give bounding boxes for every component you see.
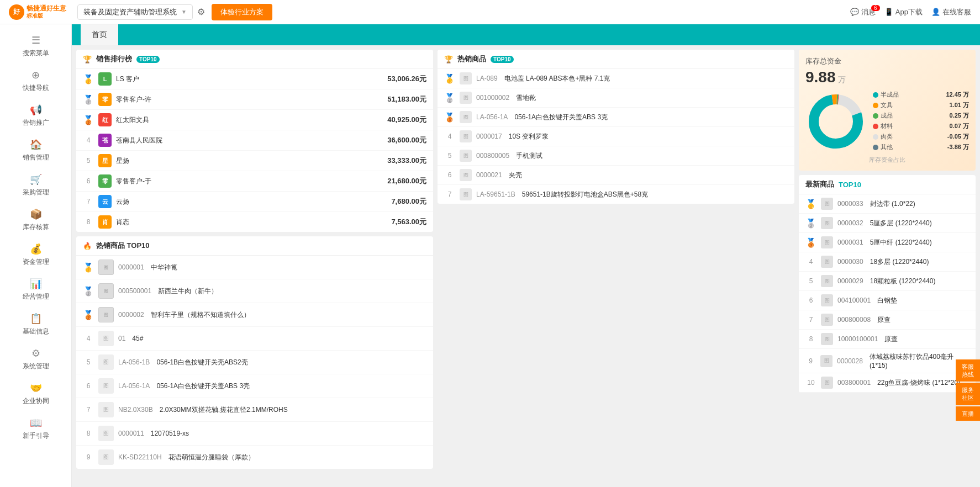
legend-value: -0.05 万	[947, 133, 969, 141]
product-icon-placeholder: 图	[98, 378, 114, 394]
product-icon: 图	[460, 92, 472, 104]
hot-products-panel: 🔥 热销商品 TOP10 🥇图 0000001 中华神篦🥈图 000500001…	[76, 236, 433, 469]
sidebar-icon-operations: 📊	[30, 278, 42, 290]
new-product-row: 10 图 003800001 22g鱼豆腐-烧烤味 (1*12*20)	[799, 373, 976, 393]
new-products-title: 最新商品	[805, 179, 834, 189]
product-icon: 图	[820, 355, 833, 367]
product-icon: 图	[821, 377, 833, 389]
sidebar-item-finance[interactable]: 💰资金管理	[0, 237, 71, 272]
sale-amount: 7,563.00元	[391, 217, 426, 227]
legend-item: 半成品 12.45 万	[873, 91, 969, 99]
rank-number: 8	[83, 218, 94, 226]
sales-ranking-table: 🥇 L LS 客户 53,006.26元🥈 零 零售客户-许 51,183.00…	[76, 69, 433, 232]
legend-item: 其他 -3.86 万	[873, 143, 969, 151]
sidebar-icon-search: ☰	[31, 34, 40, 46]
sidebar-label-operations: 经营管理	[23, 292, 49, 301]
online-service-btn[interactable]: 👤 在线客服	[931, 7, 971, 17]
tab-home[interactable]: 首页	[81, 24, 118, 45]
legend-dot	[873, 134, 878, 140]
new-products-header: 最新商品 TOP10	[799, 175, 976, 194]
product-icon: 图	[460, 130, 472, 142]
product-name: 2.0X30MM双搓花轴,搓花直径2.1MM/ROHS	[160, 405, 288, 415]
product-icon: 图	[460, 111, 472, 123]
product-name: 体城荔核味苏打饮品400毫升 (1*15)	[870, 352, 969, 369]
product-code: 0000017	[476, 133, 502, 140]
customer-name: 星扬	[116, 156, 383, 166]
medal-icon: 🥉	[83, 115, 94, 125]
sidebar-item-marketing[interactable]: 📢营销推广	[0, 98, 71, 133]
logo-icon: 好	[9, 4, 24, 20]
product-name: 59651-1B旋转投影灯电池盒ABS黑色+58克	[522, 190, 648, 199]
float-community-btn[interactable]: 服务社区	[956, 383, 980, 405]
product-code: 000800005	[476, 152, 509, 160]
product-code: 0000031	[837, 239, 863, 246]
product-name: 10S 变利罗浆	[509, 132, 549, 141]
product-name: 12070519-xs	[151, 430, 189, 437]
product-name: 056-1A白色按键开关盖ABS 3壳	[156, 382, 250, 391]
product-name: 5厘中纤 (1220*2440)	[870, 238, 932, 247]
product-icon-placeholder: 图	[98, 402, 114, 417]
sidebar-item-system[interactable]: ⚙系统管理	[0, 342, 71, 377]
top-sales-badge: TOP10	[491, 56, 514, 63]
sidebar-item-operations[interactable]: 📊经营管理	[0, 272, 71, 307]
product-name: 中华神篦	[151, 263, 177, 272]
product-icon-placeholder: 图	[98, 449, 114, 465]
medal-icon: 🥇	[805, 199, 816, 209]
new-product-row: 🥇 图 0000033 封边带 (1.0*22)	[799, 194, 976, 214]
product-code: 001000002	[476, 94, 509, 102]
trial-button[interactable]: 体验行业方案	[212, 4, 272, 20]
product-icon: 图	[460, 188, 472, 200]
legend-name: 肉类	[881, 133, 945, 141]
topbar-right: 💬 消息 6 📱 App下载 👤 在线客服	[850, 7, 971, 17]
sidebar-icon-guide: 📖	[30, 417, 42, 429]
rank-number: 5	[805, 277, 816, 285]
float-live-btn[interactable]: 直播	[956, 406, 980, 421]
app-download-btn[interactable]: 📱 App下载	[884, 7, 923, 17]
product-code: 0000002	[118, 311, 144, 319]
product-code: 0000011	[118, 430, 144, 437]
sidebar-item-search[interactable]: ☰搜索菜单	[0, 29, 71, 63]
gear-icon[interactable]: ⚙	[197, 7, 205, 17]
message-btn[interactable]: 💬 消息 6	[850, 7, 876, 17]
sidebar-item-quick-nav[interactable]: ⊕快捷导航	[0, 63, 71, 98]
new-product-row: 5 图 0000029 18颗粒板 (1220*2440)	[799, 272, 976, 291]
sidebar-label-search: 搜索菜单	[23, 49, 49, 58]
product-name: 原查	[884, 335, 898, 344]
sidebar-icon-inventory: 📦	[30, 208, 42, 220]
sidebar-item-sales[interactable]: 🏠销售管理	[0, 133, 71, 168]
float-service-btn[interactable]: 客服热线	[956, 359, 980, 382]
product-icon: 图	[460, 72, 472, 84]
sidebar-item-purchase[interactable]: 🛒采购管理	[0, 168, 71, 203]
sidebar-icon-purchase: 🛒	[30, 173, 42, 186]
topbar: 好 畅捷通好生意 标准版 装备及固定资产辅助管理系统 ▼ ⚙ 体验行业方案 💬 …	[0, 0, 980, 24]
sidebar-item-enterprise[interactable]: 🤝企业协同	[0, 377, 71, 411]
sidebar-item-base-info[interactable]: 📋基础信息	[0, 307, 71, 342]
hot-product-row: 9图 KK-SD22110H 花语萌恒温分腿睡袋（厚款）	[76, 446, 433, 469]
product-name: 新西兰牛肉（新牛）	[158, 287, 218, 296]
product-code: 0000029	[837, 277, 863, 285]
sidebar-item-inventory[interactable]: 📦库存核算	[0, 203, 71, 237]
product-code: 003800001	[837, 379, 871, 387]
product-code: LA-59651-1B	[476, 190, 515, 198]
rank-number: 6	[444, 171, 455, 179]
sales-rank-row: 🥇 L LS 客户 53,006.26元	[76, 69, 433, 89]
sidebar-label-base-info: 基础信息	[23, 327, 49, 336]
product-name: 夹壳	[509, 171, 522, 180]
sidebar-item-guide[interactable]: 📖新手引导	[0, 411, 71, 446]
legend-item: 文具 1.01 万	[873, 101, 969, 109]
new-product-row: 8 图 10000100001 原查	[799, 330, 976, 349]
top-sales-row: 7 图 LA-59651-1B 59651-1B旋转投影灯电池盒ABS黑色+58…	[438, 185, 794, 204]
product-code: KK-SD22110H	[118, 453, 162, 461]
rank-number: 4	[444, 133, 455, 140]
customer-avatar: 零	[98, 93, 112, 106]
legend-item: 材料 0.07 万	[873, 122, 969, 130]
sidebar-label-purchase: 采购管理	[23, 188, 49, 197]
system-selector[interactable]: 装备及固定资产辅助管理系统 ▼	[77, 4, 193, 20]
medal-icon: 🥇	[444, 73, 455, 84]
customer-avatar: 肖	[98, 215, 112, 229]
rank-number: 9	[805, 357, 816, 365]
sidebar-label-system: 系统管理	[23, 362, 49, 371]
product-code: 000800008	[837, 316, 871, 324]
message-icon: 💬	[850, 8, 859, 16]
rank-number: 7	[83, 406, 94, 414]
